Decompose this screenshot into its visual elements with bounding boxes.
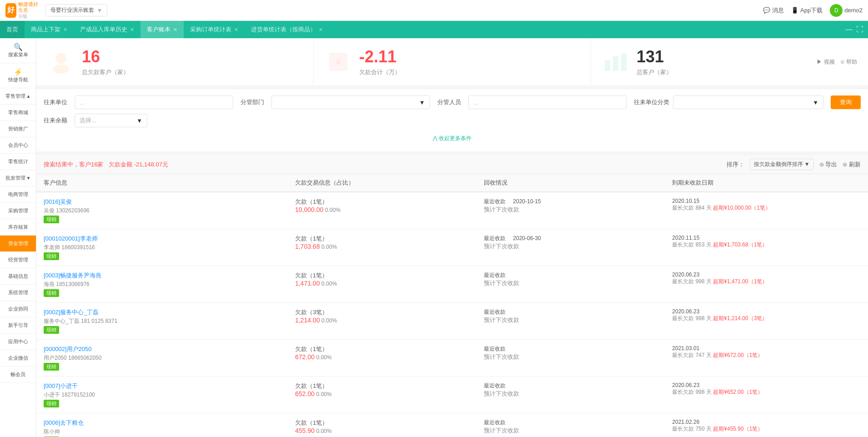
filter-area: 往来单位 ... 分管部门 ▼ 分管人员 ... [36,89,868,151]
overdue-amount-link[interactable]: 超期¥1,214.00（3笔） [713,315,768,321]
close-products-off-icon[interactable]: ✕ [63,27,67,33]
customer-name-link[interactable]: [0006]去下粮仓 [44,419,295,427]
search-icon: 🔍 [3,43,33,51]
manager-input[interactable]: ... [468,95,627,109]
results-bar: 搜索结果中，客户16家 欠款金额 -21,148.07元 排序： 按欠款金额倒序… [36,155,868,174]
tab-products-off[interactable]: 商品上下架 ✕ [25,21,74,38]
sidebar-item-enterprise-wechat[interactable]: 企业微信 [0,350,36,367]
overdue-amount-link[interactable]: 超期¥672.00（1笔） [713,352,763,358]
sidebar-item-basic-info[interactable]: 基础信息 [0,268,36,285]
overdue-amount-link[interactable]: 超期¥1,471.00（1笔） [713,278,768,285]
query-button[interactable]: 查询 [831,95,861,109]
customer-name-link[interactable]: [0001020001]李老师 [44,235,295,243]
main-content: 16 总欠款客户（家） ¥ -2.11 欠款合计（万） [36,38,868,437]
manager-dots: ... [473,99,478,106]
app-download-button[interactable]: 📱 App下载 [791,6,823,15]
customer-info-cell: [0007]小进干 小进干 18279152100 现销 [44,382,295,407]
filter-row-2: 往来余额 选择... ▼ [44,114,861,127]
debt-percent: 0.00% [321,281,337,287]
refresh-button[interactable]: ⊙ 刷新 [843,161,861,169]
company-selector[interactable]: 母婴行业演示账套 ▼ [45,4,107,16]
minimize-icon[interactable]: — [845,25,853,34]
sidebar-item-app-center[interactable]: 应用中心 [0,334,36,350]
customer-name-link[interactable]: [0007]小进干 [44,382,295,390]
sidebar-item-capital-mgmt[interactable]: 资金管理 [0,236,36,252]
collection-cell: 最近收款 预计下次收款 [484,419,672,435]
overdue-amount-link[interactable]: 超期¥10,000.00（1笔） [713,205,771,211]
from-unit-input[interactable]: ... [75,95,233,109]
overdue-amount-link[interactable]: 超期¥652.00（1笔） [713,389,763,395]
debt-info-cell: 欠款（1笔） 1,703.68 0.00% [295,235,484,250]
sidebar-item-enterprise-collab[interactable]: 企业协同 [0,301,36,317]
customer-badge: 现销 [44,326,59,334]
last-collection: 最近收款 [484,308,672,316]
balance-select[interactable]: 选择... ▼ [75,114,147,127]
overdue-amount-link[interactable]: 超期¥1,703.68（1笔） [713,241,768,248]
customer-name-link[interactable]: [000002]用户2050 [44,345,295,353]
due-date-cell: 2021.03.01 最长欠款 747 天 超期¥672.00（1笔） [672,345,861,359]
collection-cell: 最近收款 预计下次收款 [484,382,672,398]
top-bar: 好 畅捷通好生意示版 母婴行业演示账套 ▼ 💬 消息 📱 App下载 D dem… [0,0,868,21]
sidebar-item-retail-stats[interactable]: 零售统计 [0,154,36,170]
tab-home-label: 首页 [6,25,18,34]
message-icon: 💬 [763,7,770,14]
sidebar-item-ecommerce[interactable]: 电商管理 [0,186,36,203]
logo-area: 好 畅捷通好生意示版 [5,1,41,20]
customer-contact: 海燕 18513066976 [44,281,295,288]
debt-info-cell: 欠款（1笔） 652.00 0.00% [295,382,484,397]
sidebar-item-retail-mall[interactable]: 零售商城 [0,105,36,121]
customer-count: 16家 [91,161,103,168]
dept-select[interactable]: ▼ [271,95,430,109]
tab-purchase-order[interactable]: 采购订单统计表 ✕ [184,21,245,38]
sort-select[interactable]: 按欠款金额倒序排序 ▼ [750,159,814,170]
sidebar-item-batch-mgmt[interactable]: 批发管理 ▼ [0,170,36,186]
stat-actions-total-customers: ▶ 视频 ⊙ 帮助 [817,58,857,66]
svg-text:¥: ¥ [335,57,341,67]
customer-name-link[interactable]: [0002]服务中心_丁磊 [44,308,295,316]
tab-stock-statistics[interactable]: 进货单统计表（按商品） ✕ [245,21,329,38]
overdue-amount-link[interactable]: 超期¥455.90（1笔） [713,426,763,432]
search-result-text: 搜索结果中，客户 [44,161,91,168]
tab-customer-account[interactable]: 客户账本 ✕ [140,21,184,38]
filter-manager: 分管人员 ... [437,95,627,109]
collapse-label: 收起更多条件 [439,135,472,141]
last-collection: 最近收款 2020-06-30 [484,235,672,242]
sidebar-item-new-guide[interactable]: 新手引导 [0,317,36,334]
sidebar-item-free-member[interactable]: 畅会员 [0,367,36,383]
sidebar-item-member-center[interactable]: 会员中心 [0,137,36,154]
maximize-icon[interactable]: ⛶ [856,25,863,34]
sidebar-item-ops-mgmt[interactable]: 经营管理 [0,252,36,268]
overdue-days: 最长欠款 998 天 超期¥652.00（1笔） [672,388,861,396]
export-button[interactable]: ⊙ 导出 [819,161,838,169]
customer-info-cell: [0003]畅捷服务尹海燕 海燕 18513066976 现销 [44,271,295,297]
customer-name-link[interactable]: [0003]畅捷服务尹海燕 [44,271,295,280]
user-avatar[interactable]: D demo2 [830,4,863,17]
customer-contact: 服务中心_丁磊 181 0125 8371 [44,317,295,325]
close-stock-statistics-icon[interactable]: ✕ [319,27,323,33]
sidebar-item-search-menu[interactable]: 🔍 搜索菜单 [0,38,36,63]
sidebar-item-marketing[interactable]: 营销推广 [0,121,36,137]
sidebar-item-purchase-mgmt[interactable]: 采购管理 [0,203,36,219]
sidebar-item-retail-mgmt[interactable]: 零售管理 ▲ [0,88,36,105]
debt-amount: 1,471.00 [295,280,320,287]
close-customer-account-icon[interactable]: ✕ [173,27,177,33]
sidebar-item-inventory[interactable]: 库存核算 [0,219,36,236]
message-button[interactable]: 💬 消息 [763,6,784,15]
collection-cell: 最近收款 2020-10-15 预计下次收款 [484,198,672,214]
sidebar-item-system-mgmt[interactable]: 系统管理 [0,285,36,301]
debt-customers-number: 16 [82,47,129,66]
customer-info-cell: [0002]服务中心_丁磊 服务中心_丁磊 181 0125 8371 现销 [44,308,295,334]
collapse-bar[interactable]: ⋀ 收起更多条件 [44,132,861,145]
tab-home[interactable]: 首页 [0,21,25,38]
unit-category-select[interactable]: ▼ [673,95,823,109]
debt-percent: 0.00% [325,207,341,213]
customer-name-link[interactable]: [0016]吴俊 [44,198,295,206]
sidebar-item-quick-nav[interactable]: ⚡ 快捷导航 [0,63,36,88]
help-icon: ⊙ 帮助 [840,58,857,66]
close-product-history-icon[interactable]: ✕ [130,27,134,33]
close-purchase-order-icon[interactable]: ✕ [234,27,238,33]
customer-badge: 现销 [44,363,59,371]
customer-contact: 陈小帅 [44,428,295,436]
arrow-down-icon: ▼ [26,176,31,181]
tab-product-history[interactable]: 产成品入库单历史 ✕ [74,21,140,38]
